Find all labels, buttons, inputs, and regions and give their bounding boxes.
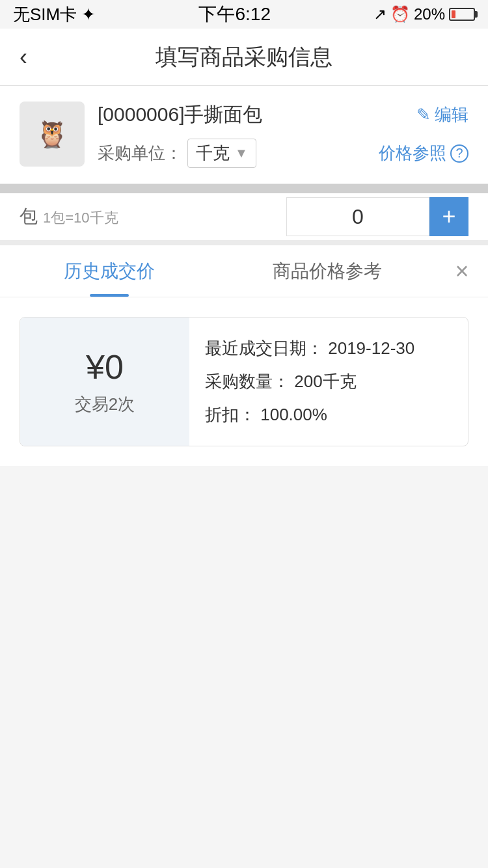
history-price-summary: ¥0 交易2次 (20, 318, 189, 446)
history-price-value: ¥0 (86, 347, 124, 387)
header: ‹ 填写商品采购信息 (0, 29, 488, 86)
quantity-label: 包 1包=10千克 (20, 204, 118, 229)
product-id: [0000006] (98, 103, 184, 125)
tab-history-label: 历史成交价 (64, 259, 155, 284)
purchase-qty-row: 采购数量： 200千克 (205, 370, 452, 393)
product-card: 🦉 [0000006]手撕面包 ✎ 编辑 采购单位： 千克 ▼ 价格参照 ? (0, 86, 488, 184)
quantity-input[interactable] (286, 197, 429, 236)
navigation-icon: ↗ (373, 5, 386, 23)
product-title: 手撕面包 (184, 103, 262, 125)
edit-icon: ✎ (416, 105, 431, 125)
tab-history-price[interactable]: 历史成交价 (0, 245, 218, 297)
unit-select-value: 千克 (196, 142, 230, 165)
history-card: ¥0 交易2次 最近成交日期： 2019-12-30 采购数量： 200千克 折… (20, 317, 468, 446)
section-divider (0, 184, 488, 193)
dropdown-arrow-icon: ▼ (235, 146, 248, 161)
discount-value: 100.00% (260, 405, 327, 424)
price-ref-question-icon: ? (450, 144, 468, 163)
tab-product-price-ref[interactable]: 商品价格参考 (218, 245, 436, 297)
unit-select-dropdown[interactable]: 千克 ▼ (187, 139, 256, 168)
product-info: [0000006]手撕面包 ✎ 编辑 采购单位： 千克 ▼ 价格参照 ? (98, 102, 468, 168)
recent-date-value: 2019-12-30 (328, 338, 414, 358)
tab-bar: 历史成交价 商品价格参考 × (0, 245, 488, 297)
tab-section: 历史成交价 商品价格参考 × ¥0 交易2次 最近成交日期： 2019-12-3… (0, 245, 488, 466)
product-name: [0000006]手撕面包 (98, 102, 262, 128)
edit-label: 编辑 (435, 103, 468, 126)
tab-close-button[interactable]: × (436, 258, 488, 285)
recent-date-label: 最近成交日期： (205, 338, 323, 358)
carrier-text: 无SIM卡 ✦ (13, 3, 96, 26)
product-edit-button[interactable]: ✎ 编辑 (416, 103, 468, 126)
quantity-row: 包 1包=10千克 + (0, 193, 488, 245)
quantity-input-group: + (286, 197, 468, 236)
alarm-icon: ⏰ (390, 5, 410, 23)
price-ref-label: 价格参照 (379, 142, 446, 165)
quantity-plus-button[interactable]: + (429, 197, 468, 236)
recent-date-row: 最近成交日期： 2019-12-30 (205, 337, 452, 360)
status-indicators: ↗ ⏰ 20% (373, 5, 475, 23)
price-reference-button[interactable]: 价格参照 ? (379, 142, 468, 165)
discount-row: 折扣： 100.00% (205, 403, 452, 426)
main-background (0, 466, 488, 868)
tab-active-indicator (90, 294, 129, 297)
page-title: 填写商品采购信息 (156, 42, 332, 72)
purchase-qty-label: 采购数量： (205, 372, 290, 391)
battery-percent: 20% (414, 5, 445, 23)
back-button[interactable]: ‹ (20, 44, 27, 71)
product-thumbnail: 🦉 (20, 102, 85, 167)
purchase-qty-value: 200千克 (294, 372, 356, 391)
history-details: 最近成交日期： 2019-12-30 采购数量： 200千克 折扣： 100.0… (189, 318, 468, 446)
status-bar: 无SIM卡 ✦ 下午6:12 ↗ ⏰ 20% (0, 0, 488, 29)
status-time: 下午6:12 (198, 2, 271, 27)
quantity-conversion-text: 1包=10千克 (43, 208, 118, 228)
discount-label: 折扣： (205, 405, 256, 424)
history-trades-count: 交易2次 (75, 393, 135, 416)
product-thumb-icon: 🦉 (36, 119, 68, 150)
history-content: ¥0 交易2次 最近成交日期： 2019-12-30 采购数量： 200千克 折… (0, 297, 488, 466)
quantity-unit-label: 包 (20, 204, 38, 229)
status-carrier: 无SIM卡 ✦ (13, 3, 96, 26)
unit-row: 采购单位： 千克 ▼ 价格参照 ? (98, 139, 468, 168)
purchase-unit-label: 采购单位： (98, 142, 182, 165)
product-name-row: [0000006]手撕面包 ✎ 编辑 (98, 102, 468, 128)
tab-product-price-label: 商品价格参考 (273, 259, 382, 284)
battery-icon (449, 8, 475, 21)
